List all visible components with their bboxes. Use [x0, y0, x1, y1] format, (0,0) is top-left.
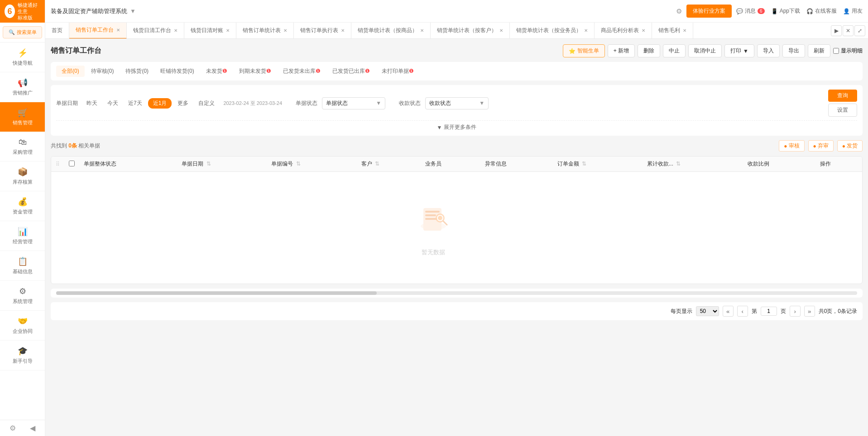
settings-button[interactable]: 设置: [828, 104, 857, 117]
tab-sales-stat-product-close[interactable]: ✕: [420, 28, 424, 33]
cancel-stop-button[interactable]: 取消中止: [688, 44, 722, 57]
tab-sales-stat-staff-close[interactable]: ✕: [584, 28, 588, 33]
status-select[interactable]: 单据状态 ▼: [322, 97, 385, 109]
per-page-select[interactable]: 50 10 20 100: [696, 306, 719, 316]
topbar-messages[interactable]: 💬 消息 6: [736, 7, 765, 15]
sidebar-item-system[interactable]: ⚙ 系统管理: [0, 281, 45, 311]
topbar-user[interactable]: 👤 用友: [843, 7, 863, 15]
date-btn-1month[interactable]: 近1月: [148, 98, 172, 109]
tab-gross-profit-close[interactable]: ✕: [642, 28, 645, 33]
tab-sales-stat-product[interactable]: 销货单统计表（按商品） ✕: [351, 23, 431, 39]
filter-tab-pending-inspect[interactable]: 待拣货(0): [120, 66, 154, 77]
expand-icon: ▼: [437, 124, 442, 131]
filter-tab-shipped-out[interactable]: 已发货已出库❶: [327, 66, 375, 77]
tab-sales-exec[interactable]: 销售订单执行表 ✕: [294, 23, 351, 39]
topbar-settings-icon[interactable]: ⚙: [676, 7, 682, 15]
collapse-sidebar-icon[interactable]: ◀: [30, 424, 35, 432]
ship-button[interactable]: ● 发货: [837, 140, 863, 152]
filter-tab-shipped-not-out[interactable]: 已发货未出库❶: [278, 66, 326, 77]
refresh-button[interactable]: 刷新: [808, 44, 830, 57]
tab-sales-profit-close[interactable]: ✕: [683, 28, 686, 33]
tab-sales-profit[interactable]: 销售毛利 ✕: [652, 23, 693, 39]
settings-bottom-icon[interactable]: ⚙: [10, 424, 16, 432]
sidebar-item-sales[interactable]: 🛒 销售管理: [0, 102, 45, 132]
print-button[interactable]: 打印 ▼: [724, 44, 754, 57]
date-btn-today[interactable]: 今天: [103, 98, 122, 109]
sidebar-item-guide[interactable]: 🎓 新手引导: [0, 341, 45, 370]
sidebar-item-basic[interactable]: 📋 基础信息: [0, 251, 45, 281]
tab-sales-exec-close[interactable]: ✕: [341, 28, 345, 33]
topbar-app-download[interactable]: 📱 App下载: [771, 7, 800, 15]
sidebar-item-operation[interactable]: 📊 经营管理: [0, 221, 45, 251]
th-number[interactable]: 单据编号 ⇅: [267, 156, 356, 172]
tab-sales-stat-staff[interactable]: 销货单统计表（按业务员） ✕: [510, 23, 595, 39]
date-btn-yesterday[interactable]: 昨天: [82, 98, 101, 109]
tab-sales-workbench[interactable]: 销售订单工作台 ✕: [69, 23, 127, 39]
sidebar-item-cooperation[interactable]: 🤝 企业协同: [0, 311, 45, 341]
industry-solution-button[interactable]: 体验行业方案: [686, 5, 732, 18]
show-detail-checkbox[interactable]: [833, 48, 839, 54]
review-button[interactable]: ● 审核: [779, 140, 804, 152]
search-menu-button[interactable]: 🔍 搜索菜单: [3, 26, 42, 38]
filter-tab-not-printed[interactable]: 未打印单据❶: [376, 66, 419, 77]
date-btn-7days[interactable]: 近7天: [124, 98, 146, 109]
tab-sales-stat-close[interactable]: ✕: [283, 28, 287, 33]
next-page-button[interactable]: ›: [790, 306, 801, 317]
sidebar-item-quicknav[interactable]: ⚡ 快捷导航: [0, 43, 45, 72]
new-button[interactable]: + 新增: [608, 44, 635, 57]
tab-cash-reconcile-close[interactable]: ✕: [226, 28, 230, 33]
prev-page-button[interactable]: ‹: [737, 306, 748, 317]
query-button[interactable]: 查询: [828, 90, 857, 102]
stop-button[interactable]: 中止: [663, 44, 686, 57]
sidebar-item-inventory[interactable]: 📦 库存核算: [0, 161, 45, 191]
th-customer[interactable]: 客户 ⇅: [357, 156, 421, 172]
cancel-review-button[interactable]: ● 弃审: [808, 140, 834, 152]
tab-sales-stat-customer-close[interactable]: ✕: [499, 28, 503, 33]
topbar-online-service[interactable]: 🎧 在线客服: [806, 7, 837, 15]
date-btn-custom[interactable]: 自定义: [194, 98, 219, 109]
export-button[interactable]: 导出: [782, 44, 805, 57]
import-button[interactable]: 导入: [757, 44, 780, 57]
tab-gross-profit[interactable]: 商品毛利分析表 ✕: [595, 23, 652, 39]
tab-cash-daily-close[interactable]: ✕: [174, 28, 177, 33]
operation-icon: 📊: [18, 227, 28, 237]
th-amount[interactable]: 订单金额 ⇅: [553, 156, 643, 172]
smart-create-button[interactable]: ⭐ 智能生单: [563, 44, 605, 57]
tab-cash-reconcile[interactable]: 钱货日清对账 ✕: [184, 23, 236, 39]
tab-cash-daily[interactable]: 钱货日清工作台 ✕: [127, 23, 184, 39]
tab-scroll-right-btn[interactable]: ▶: [831, 25, 842, 36]
tab-expand-btn[interactable]: ⤢: [854, 25, 865, 36]
th-staff[interactable]: 业务员: [421, 156, 480, 172]
tab-sales-stat-customer[interactable]: 销货单统计表（按客户） ✕: [431, 23, 510, 39]
tab-sales-workbench-close[interactable]: ✕: [116, 28, 120, 33]
delete-button[interactable]: 删除: [638, 44, 660, 57]
th-checkbox[interactable]: [64, 156, 79, 172]
phone-icon: 📱: [771, 8, 778, 14]
empty-state: 暂无数据: [51, 172, 815, 284]
select-all-checkbox[interactable]: [69, 161, 75, 166]
system-icon: ⚙: [19, 286, 26, 296]
filter-tab-pending-review[interactable]: 待审核(0): [86, 66, 120, 77]
show-detail-label[interactable]: 显示明细: [833, 47, 863, 55]
tab-home[interactable]: 首页: [45, 23, 69, 39]
th-date[interactable]: 单据日期 ⇅: [177, 156, 267, 172]
filter-tab-all[interactable]: 全部(0): [56, 66, 85, 77]
first-page-button[interactable]: «: [723, 306, 734, 317]
sidebar-item-purchase[interactable]: 🛍 采购管理: [0, 132, 45, 161]
topbar-dropdown-arrow[interactable]: ▼: [130, 8, 136, 14]
horizontal-scrollbar[interactable]: [56, 291, 857, 295]
expand-conditions-button[interactable]: ▼ 展开更多条件: [437, 123, 477, 131]
sidebar-item-finance[interactable]: 💰 资金管理: [0, 191, 45, 221]
filter-tab-wangpu[interactable]: 旺铺待发货(0): [155, 66, 200, 77]
page-input[interactable]: [761, 307, 777, 316]
collection-select[interactable]: 收款状态 ▼: [425, 97, 489, 109]
filter-tab-not-shipped[interactable]: 未发货❶: [201, 66, 233, 77]
last-page-button[interactable]: »: [804, 306, 815, 317]
th-collected[interactable]: 累计收款... ⇅: [643, 156, 743, 172]
sidebar-item-marketing[interactable]: 📢 营销推广: [0, 72, 45, 102]
tab-sales-stat[interactable]: 销售订单统计表 ✕: [236, 23, 294, 39]
date-btn-more[interactable]: 更多: [173, 98, 192, 109]
scrollbar-thumb[interactable]: [56, 291, 377, 295]
tab-close-all-btn[interactable]: ✕: [843, 25, 854, 36]
filter-tab-expired-not-shipped[interactable]: 到期未发货❶: [234, 66, 277, 77]
